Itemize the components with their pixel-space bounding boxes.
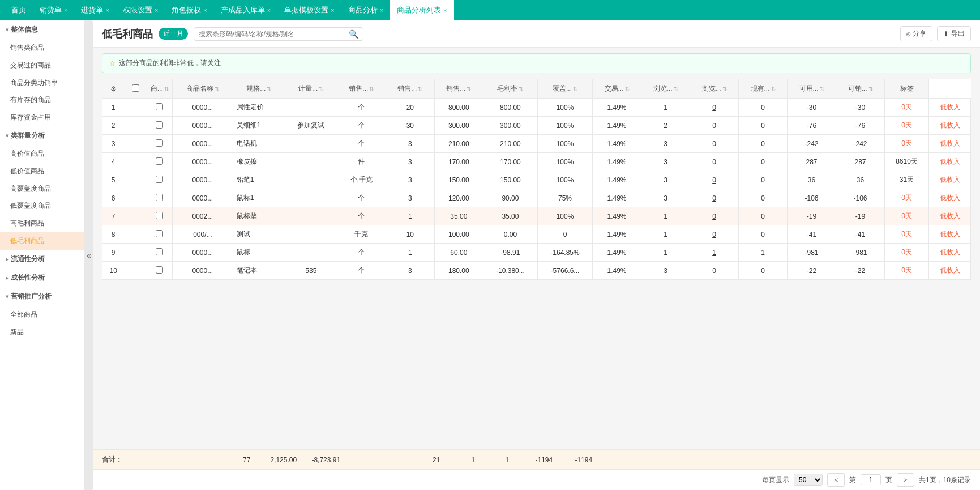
row-gear[interactable]	[125, 244, 147, 262]
row-gear[interactable]	[125, 262, 147, 280]
row-checkbox[interactable]	[147, 117, 172, 135]
nav-product-entry[interactable]: 产成品入库单×	[214, 0, 277, 20]
nav-purchase[interactable]: 进货单×	[74, 0, 115, 20]
sidebar-group-cluster[interactable]: ▾ 类群量分析	[0, 126, 84, 145]
th-sales-amount[interactable]: 销售...⇅	[434, 79, 483, 99]
th-unit[interactable]: 计量...⇅	[285, 79, 337, 99]
nav-permission[interactable]: 权限设置×	[116, 0, 165, 20]
th-code[interactable]: 商...⇅	[147, 79, 172, 99]
row-view1[interactable]: 0	[690, 171, 739, 189]
row-view1[interactable]: 0	[690, 117, 739, 135]
next-page-button[interactable]: ＞	[897, 473, 914, 487]
sidebar-collapse-button[interactable]: «	[85, 20, 93, 490]
th-sales-qty[interactable]: 销售...⇅	[337, 79, 386, 99]
sidebar-group-overall[interactable]: ▾ 整体信息	[0, 20, 84, 39]
row-view2: 1	[739, 244, 788, 262]
share-button[interactable]: ⎋ 分享	[900, 26, 932, 41]
row-gear[interactable]	[125, 117, 147, 135]
row-gear[interactable]	[125, 171, 147, 189]
page-size-select[interactable]: 50 100	[794, 474, 823, 486]
row-sales-price: 210.00	[434, 135, 483, 153]
page-suffix: 页	[885, 475, 892, 485]
search-icon[interactable]: 🔍	[349, 29, 358, 39]
nav-template[interactable]: 单据模板设置×	[277, 0, 341, 20]
th-sales-price[interactable]: 销售...⇅	[386, 79, 434, 99]
sidebar-item-all-goods[interactable]: 全部商品	[0, 306, 84, 323]
th-tag[interactable]: 标签	[885, 79, 929, 99]
sort-icon-name: ⇅	[215, 86, 219, 92]
row-checkbox[interactable]	[147, 244, 172, 262]
page-number-input[interactable]	[861, 474, 881, 485]
nav-role[interactable]: 角色授权×	[165, 0, 213, 20]
row-checkbox[interactable]	[147, 207, 172, 225]
select-all-checkbox[interactable]	[132, 84, 139, 92]
sidebar-item-inventory-capital[interactable]: 库存资金占用	[0, 109, 84, 126]
th-checkbox[interactable]	[125, 79, 147, 99]
date-badge[interactable]: 近一月	[159, 28, 188, 40]
row-gear[interactable]	[125, 189, 147, 207]
row-checkbox[interactable]	[147, 189, 172, 207]
row-checkbox[interactable]	[147, 171, 172, 189]
row-gear[interactable]	[125, 99, 147, 117]
row-sales-amount: 150.00	[483, 171, 537, 189]
row-gross-margin: 100%	[537, 171, 592, 189]
sidebar-item-traded-goods[interactable]: 交易过的商品	[0, 57, 84, 74]
sidebar-item-category-rate[interactable]: 商品分类助销率	[0, 74, 84, 92]
th-trade[interactable]: 交易...⇅	[593, 79, 641, 99]
row-sellable: 0天	[885, 244, 929, 262]
sidebar-item-high-value[interactable]: 高价值商品	[0, 145, 84, 163]
row-gear[interactable]	[125, 135, 147, 153]
nav-home[interactable]: 首页	[5, 0, 33, 20]
row-view1[interactable]: 0	[690, 135, 739, 153]
th-coverage[interactable]: 覆盖...⇅	[537, 79, 592, 99]
prev-page-button[interactable]: ＜	[827, 473, 845, 487]
sidebar-group-growth[interactable]: ▸ 成长性分析	[0, 269, 84, 287]
sidebar-item-low-margin[interactable]: 低毛利商品	[0, 232, 84, 250]
sidebar-item-high-coverage[interactable]: 高覆盖度商品	[0, 180, 84, 198]
th-name[interactable]: 商品名称⇅	[172, 79, 233, 99]
sidebar-item-high-margin[interactable]: 高毛利商品	[0, 215, 84, 232]
row-view1[interactable]: 1	[690, 244, 739, 262]
row-checkbox[interactable]	[147, 99, 172, 117]
search-input[interactable]	[199, 30, 349, 38]
th-current[interactable]: 现有...⇅	[739, 79, 788, 99]
th-gross-margin[interactable]: 毛利率⇅	[483, 79, 537, 99]
sidebar-group-marketing[interactable]: ▾ 营销推广分析	[0, 287, 84, 306]
nav-sales[interactable]: 销货单×	[33, 0, 74, 20]
export-button[interactable]: ⬇ 导出	[937, 26, 971, 41]
th-spec[interactable]: 规格...⇅	[233, 79, 285, 99]
th-view2[interactable]: 浏览...⇅	[690, 79, 739, 99]
row-view1[interactable]: 0	[690, 207, 739, 225]
th-view1[interactable]: 浏览...⇅	[641, 79, 690, 99]
sort-icon: ⇅	[164, 86, 169, 92]
row-gear[interactable]	[125, 153, 147, 171]
header-actions: ⎋ 分享 ⬇ 导出	[900, 26, 971, 41]
row-view2: 0	[739, 135, 788, 153]
row-checkbox[interactable]	[147, 135, 172, 153]
th-sellable[interactable]: 可销...⇅	[836, 79, 885, 99]
row-view1[interactable]: 0	[690, 189, 739, 207]
sidebar-item-sales-goods[interactable]: 销售类商品	[0, 39, 84, 57]
th-gear[interactable]: ⚙	[102, 79, 125, 99]
row-gear[interactable]	[125, 225, 147, 244]
row-tag: 低收入	[929, 262, 971, 280]
row-unit: 个,千克	[337, 171, 386, 189]
row-gear[interactable]	[125, 207, 147, 225]
sidebar-group-liquidity[interactable]: ▸ 流通性分析	[0, 250, 84, 269]
nav-product-analysis-list[interactable]: 商品分析列表×	[390, 0, 453, 20]
sidebar-item-low-coverage[interactable]: 低覆盖度商品	[0, 197, 84, 215]
row-view1[interactable]: 0	[690, 99, 739, 117]
row-name: 鼠标垫	[233, 207, 285, 225]
row-view1[interactable]: 0	[690, 153, 739, 171]
row-checkbox[interactable]	[147, 153, 172, 171]
row-checkbox[interactable]	[147, 225, 172, 244]
nav-product-analysis[interactable]: 商品分析×	[341, 0, 390, 20]
sidebar-item-stocked-goods[interactable]: 有库存的商品	[0, 91, 84, 109]
row-checkbox[interactable]	[147, 262, 172, 280]
th-available[interactable]: 可用...⇅	[788, 79, 836, 99]
row-trade: 3	[641, 171, 690, 189]
sidebar-item-low-value[interactable]: 低价值商品	[0, 163, 84, 180]
sidebar-item-new-goods[interactable]: 新品	[0, 323, 84, 341]
row-view1[interactable]: 0	[690, 262, 739, 280]
row-view1[interactable]: 0	[690, 225, 739, 244]
